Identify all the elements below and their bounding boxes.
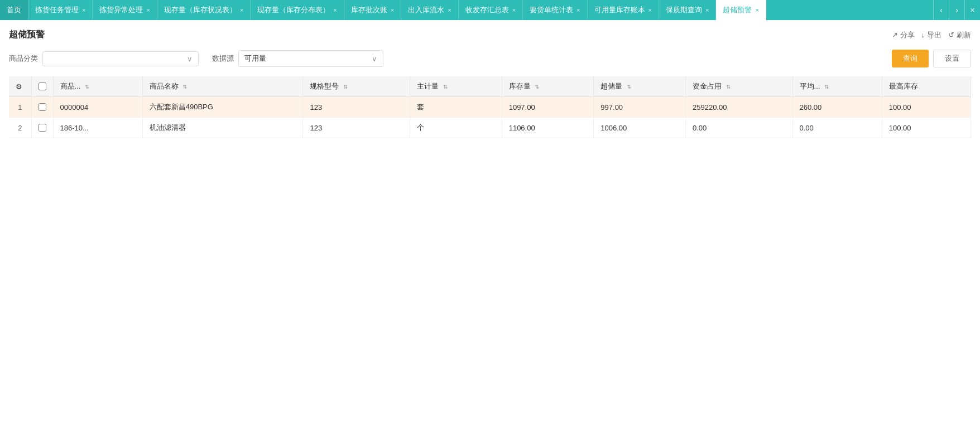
filter-row: 商品分类 ∨ 数据源 可用量 ∨ 查询 设置 — [9, 50, 971, 67]
refresh-icon: ↺ — [948, 31, 954, 39]
th-stock: 库存量 ⇅ — [502, 76, 594, 97]
category-label: 商品分类 — [9, 54, 38, 64]
row-checkbox[interactable] — [39, 103, 46, 111]
cell-spec: 123 — [303, 118, 410, 138]
th-gear: ⚙ — [9, 76, 31, 97]
category-chevron-icon: ∨ — [187, 55, 193, 63]
nav-collect[interactable]: 收发存汇总表 × — [459, 0, 523, 20]
th-name: 商品名称 ⇅ — [142, 76, 303, 97]
cell-spec: 123 — [303, 97, 410, 118]
nav-abnormal[interactable]: 拣货异常处理 × — [93, 0, 157, 20]
nav-arrow-group: ‹ › × — [933, 0, 980, 20]
select-all-checkbox[interactable] — [39, 83, 46, 90]
nav-task-close[interactable]: × — [82, 7, 85, 13]
sort-spec-icon[interactable]: ⇅ — [343, 84, 348, 90]
sort-unit-icon[interactable]: ⇅ — [443, 84, 448, 90]
export-button[interactable]: ↓ 导出 — [921, 30, 942, 40]
nav-order-stat-close[interactable]: × — [577, 7, 580, 13]
cell-capital: 259220.00 — [685, 97, 792, 118]
top-navigation: 首页 拣货任务管理 × 拣货异常处理 × 现存量（库存状况表） × 现存量（库存… — [0, 0, 980, 20]
gear-icon[interactable]: ⚙ — [16, 83, 22, 91]
cell-index: 1 — [9, 97, 31, 118]
cell-code: 186-10... — [53, 118, 142, 138]
th-spec: 规格型号 ⇅ — [303, 76, 410, 97]
cell-capital: 0.00 — [685, 118, 792, 138]
th-avg: 平均... ⇅ — [792, 76, 882, 97]
cell-avg: 260.00 — [792, 97, 882, 118]
nav-quality-close[interactable]: × — [705, 7, 709, 13]
settings-button[interactable]: 设置 — [933, 50, 971, 67]
cell-stock: 1106.00 — [502, 118, 594, 138]
nav-overstock[interactable]: 超储预警 × — [716, 0, 766, 20]
page-title: 超储预警 — [9, 29, 45, 41]
sort-avg-icon[interactable]: ⇅ — [824, 84, 829, 90]
nav-left-arrow[interactable]: ‹ — [933, 0, 949, 20]
datasource-chevron-icon: ∨ — [372, 55, 377, 63]
sort-capital-icon[interactable]: ⇅ — [726, 84, 731, 90]
datasource-label: 数据源 — [212, 54, 234, 64]
nav-batch[interactable]: 库存批次账 × — [344, 0, 401, 20]
table-row: 1 0000004 六配套新昌490BPG 123 套 1097.00 997.… — [9, 97, 971, 118]
row-checkbox[interactable] — [39, 124, 46, 132]
table-header: ⚙ 商品... ⇅ 商品名称 ⇅ 规格型号 ⇅ — [9, 76, 971, 97]
nav-stock-status-close[interactable]: × — [240, 7, 243, 13]
nav-collect-close[interactable]: × — [512, 7, 516, 13]
cell-max-stock: 100.00 — [882, 97, 971, 118]
nav-task[interactable]: 拣货任务管理 × — [28, 0, 93, 20]
cell-index: 2 — [9, 118, 31, 138]
cell-overstock: 1006.00 — [594, 118, 686, 138]
cell-stock: 1097.00 — [502, 97, 594, 118]
sort-overstock-icon[interactable]: ⇅ — [627, 84, 631, 90]
nav-overstock-close[interactable]: × — [755, 7, 758, 13]
th-max-stock: 最高库存 — [882, 76, 971, 97]
cell-overstock: 997.00 — [594, 97, 686, 118]
nav-avail-stock[interactable]: 可用量库存账本 × — [588, 0, 659, 20]
sort-code-icon[interactable]: ⇅ — [85, 84, 89, 90]
filter-actions: 查询 设置 — [892, 50, 971, 67]
th-unit: 主计量 ⇅ — [410, 76, 502, 97]
datasource-select-value: 可用量 — [244, 54, 266, 64]
cell-checkbox — [31, 97, 53, 118]
nav-abnormal-close[interactable]: × — [146, 7, 150, 13]
th-capital: 资金占用 ⇅ — [685, 76, 792, 97]
cell-name: 机油滤清器 — [142, 118, 303, 138]
th-checkbox — [31, 76, 53, 97]
category-filter: 商品分类 ∨ — [9, 51, 199, 66]
nav-avail-stock-close[interactable]: × — [648, 7, 652, 13]
datasource-filter: 数据源 可用量 ∨ — [212, 50, 383, 67]
nav-stock-status[interactable]: 现存量（库存状况表） × — [157, 0, 251, 20]
th-code: 商品... ⇅ — [53, 76, 142, 97]
nav-quality[interactable]: 保质期查询 × — [659, 0, 716, 20]
cell-code: 0000004 — [53, 97, 142, 118]
nav-inout[interactable]: 出入库流水 × — [401, 0, 458, 20]
table-body: 1 0000004 六配套新昌490BPG 123 套 1097.00 997.… — [9, 97, 971, 138]
nav-right-arrow[interactable]: › — [949, 0, 964, 20]
cell-max-stock: 100.00 — [882, 118, 971, 138]
sort-name-icon[interactable]: ⇅ — [182, 84, 187, 90]
nav-more-arrow[interactable]: × — [964, 0, 980, 20]
nav-stock-dist-close[interactable]: × — [333, 7, 337, 13]
nav-stock-dist[interactable]: 现存量（库存分布表） × — [251, 0, 344, 20]
nav-order-stat[interactable]: 要货单统计表 × — [523, 0, 587, 20]
nav-home[interactable]: 首页 — [0, 0, 28, 20]
share-button[interactable]: ↗ 分享 — [892, 30, 915, 40]
cell-unit: 套 — [410, 97, 502, 118]
datasource-select[interactable]: 可用量 ∨ — [238, 50, 383, 67]
table-row: 2 186-10... 机油滤清器 123 个 1106.00 1006.00 … — [9, 118, 971, 138]
query-button[interactable]: 查询 — [892, 50, 929, 67]
refresh-button[interactable]: ↺ 刷新 — [948, 30, 971, 40]
nav-inout-close[interactable]: × — [448, 7, 451, 13]
page-header: 超储预警 ↗ 分享 ↓ 导出 ↺ 刷新 — [9, 29, 971, 41]
cell-name: 六配套新昌490BPG — [142, 97, 303, 118]
cell-checkbox — [31, 118, 53, 138]
nav-batch-close[interactable]: × — [391, 7, 394, 13]
share-icon: ↗ — [892, 31, 898, 39]
data-table: ⚙ 商品... ⇅ 商品名称 ⇅ 规格型号 ⇅ — [9, 76, 971, 138]
category-select[interactable]: ∨ — [42, 51, 199, 66]
cell-unit: 个 — [410, 118, 502, 138]
cell-avg: 0.00 — [792, 118, 882, 138]
th-overstock: 超储量 ⇅ — [594, 76, 686, 97]
header-actions: ↗ 分享 ↓ 导出 ↺ 刷新 — [892, 30, 972, 40]
sort-stock-icon[interactable]: ⇅ — [535, 84, 539, 90]
page-content: 超储预警 ↗ 分享 ↓ 导出 ↺ 刷新 商品分类 ∨ 数据源 — [0, 20, 980, 446]
